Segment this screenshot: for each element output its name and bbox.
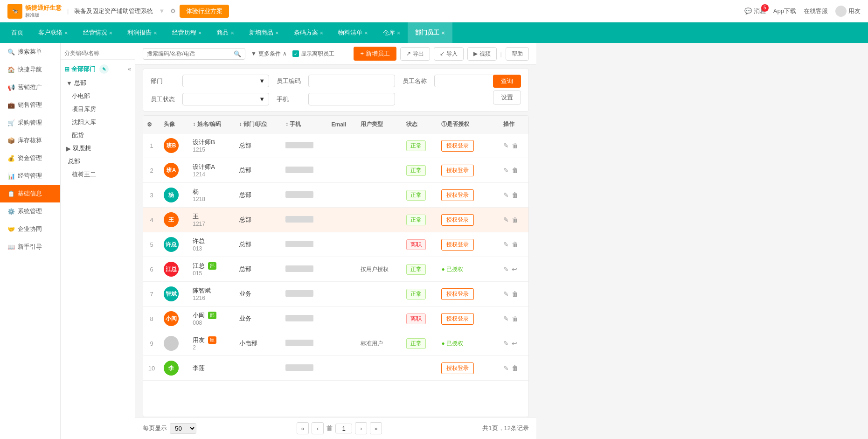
edit-icon-10[interactable]: ✎ [503,364,509,372]
delete-icon-7[interactable]: 🗑 [512,290,518,298]
reset-btn[interactable]: 设置 [493,91,521,105]
more-filter-btn[interactable]: ▼ 更多条件 ∧ [251,50,287,58]
delete-icon-1[interactable]: 🗑 [512,142,518,149]
edit-icon-5[interactable]: ✎ [503,241,509,248]
close-barcode-icon[interactable]: × [320,29,324,36]
tab-home[interactable]: 首页 [4,22,31,43]
auth-btn-7[interactable]: 授权登录 [441,288,474,300]
edit-icon-1[interactable]: ✎ [503,142,509,149]
sidebar-item-guide[interactable]: 📖 新手引导 [0,238,60,256]
sidebar-item-search[interactable]: 🔍 搜索菜单 [0,43,60,61]
tab-customer[interactable]: 客户联络 × [31,22,76,43]
close-profit-icon[interactable]: × [153,29,157,36]
dept-filter-select[interactable]: ▼ [182,75,269,87]
close-customer-icon[interactable]: × [64,29,68,36]
auth-btn-10[interactable]: 授权登录 [441,362,474,374]
col-dept[interactable]: ↕ 部门/职位 [236,116,282,133]
dept-collapse-btn[interactable]: « [128,66,131,72]
per-page-select[interactable]: 50 100 [170,423,196,434]
delete-icon-2[interactable]: 🗑 [512,167,518,174]
msg-area[interactable]: 💬 消息 5 [744,7,766,15]
phone-filter-input[interactable] [308,93,395,105]
tab-addgoods[interactable]: 新增商品 × [242,22,286,43]
close-materials-icon[interactable]: × [364,29,368,36]
edit-icon-3[interactable]: ✎ [503,191,509,199]
search-input[interactable] [147,50,234,57]
col-name[interactable]: ↕ 姓名/编码 [189,116,235,133]
sidebar-item-purchase[interactable]: 🛒 采购管理 [0,114,60,132]
sidebar-item-sales[interactable]: 💼 销售管理 [0,96,60,114]
auth-btn-8[interactable]: 授权登录 [441,313,474,325]
auth-btn-1[interactable]: 授权登录 [441,140,474,152]
edit-icon-8[interactable]: ✎ [503,315,509,322]
sidebar-item-basic[interactable]: 📋 基础信息 [0,185,60,202]
online-service[interactable]: 在线客服 [804,7,828,15]
delete-icon-10[interactable]: 🗑 [512,364,518,372]
sidebar-item-marketing[interactable]: 📢 营销推广 [0,78,60,96]
query-btn[interactable]: 查询 [493,75,521,88]
delete-icon-5[interactable]: 🗑 [512,241,518,248]
import-btn[interactable]: ↙ 导入 [434,47,464,61]
sidebar-item-quicknav[interactable]: 🏠 快捷导航 [0,61,60,78]
sidebar-item-system[interactable]: ⚙️ 系统管理 [0,202,60,220]
dept-sub-peihuo[interactable]: 配货 [61,129,135,142]
close-warehouse-icon[interactable]: × [397,29,401,36]
sidebar-item-collab[interactable]: 🤝 企业协同 [0,220,60,238]
show-leave-check[interactable]: ✓ 显示离职员工 [292,50,334,58]
tab-barcode[interactable]: 条码方案 × [286,22,331,43]
sidebar-item-operation[interactable]: 📊 经营管理 [0,167,60,185]
sidebar-item-finance[interactable]: 💰 资金管理 [0,149,60,167]
tab-history[interactable]: 经营历程 × [165,22,209,43]
close-addgoods-icon[interactable]: × [275,29,279,36]
video-btn[interactable]: ▶ 视频 [467,47,497,61]
all-dept-label[interactable]: 全部部门 [71,65,96,73]
tab-materials[interactable]: 物料清单 × [331,22,375,43]
edit-icon-7[interactable]: ✎ [503,290,509,298]
auth-btn-5[interactable]: 授权登录 [441,239,474,251]
col-settings[interactable]: ⚙ [143,116,160,133]
delete-icon-9[interactable]: ↩ [512,340,517,347]
auth-btn-2[interactable]: 授权登录 [441,165,474,176]
tab-employees[interactable]: 部门员工 × [408,22,452,43]
status-filter-select[interactable]: ▼ [182,93,269,105]
close-goods-icon[interactable]: × [230,29,234,36]
delete-icon-4[interactable]: 🗑 [512,216,518,223]
prev-page-btn[interactable]: ‹ [312,422,324,434]
last-page-btn[interactable]: » [370,422,382,434]
app-download[interactable]: App下载 [773,7,796,15]
page-input[interactable] [335,424,352,433]
tab-warehouse[interactable]: 仓库 × [375,22,408,43]
show-leave-checkbox[interactable]: ✓ [292,50,299,57]
try-btn[interactable]: 体验行业方案 [180,5,229,18]
dept-sub-xiaodianbu[interactable]: 小电部 [61,90,135,103]
dept-sub-shenyangdaku[interactable]: 沈阳大库 [61,116,135,129]
help-btn[interactable]: 帮助 [506,47,529,61]
user-area[interactable]: 用友 [835,6,861,17]
empcode-filter-input[interactable] [308,75,395,87]
edit-icon-2[interactable]: ✎ [503,167,509,174]
tab-goods[interactable]: 商品 × [209,22,242,43]
dept-sub-zhishuwanger[interactable]: 植树王二 [61,168,135,181]
auth-btn-4[interactable]: 授权登录 [441,214,474,226]
sidebar-item-stock[interactable]: 📦 库存核算 [0,132,60,149]
delete-icon-3[interactable]: 🗑 [512,191,518,199]
col-phone[interactable]: ↕ 手机 [282,116,328,133]
delete-icon-8[interactable]: 🗑 [512,315,518,322]
close-operation-icon[interactable]: × [109,29,113,36]
edit-icon-6[interactable]: ✎ [503,265,509,273]
dept-edit-btn[interactable]: ✎ [99,64,109,74]
dept-search-input[interactable] [64,50,134,56]
edit-icon-9[interactable]: ✎ [503,340,509,347]
add-employee-btn[interactable]: + 新增员工 [354,47,396,61]
tab-profit[interactable]: 利润报告 × [120,22,165,43]
next-page-btn[interactable]: › [355,422,367,434]
tab-operation[interactable]: 经营情况 × [76,22,120,43]
close-employees-icon[interactable]: × [441,29,445,36]
export-btn[interactable]: ↗ 导出 [400,47,430,61]
dept-sub-xianmukufang[interactable]: 项目库房 [61,103,135,116]
edit-icon-4[interactable]: ✎ [503,216,509,223]
auth-btn-3[interactable]: 授权登录 [441,189,474,201]
search-submit-icon[interactable]: 🔍 [234,50,241,57]
close-history-icon[interactable]: × [198,29,202,36]
first-page-btn[interactable]: « [297,422,309,434]
